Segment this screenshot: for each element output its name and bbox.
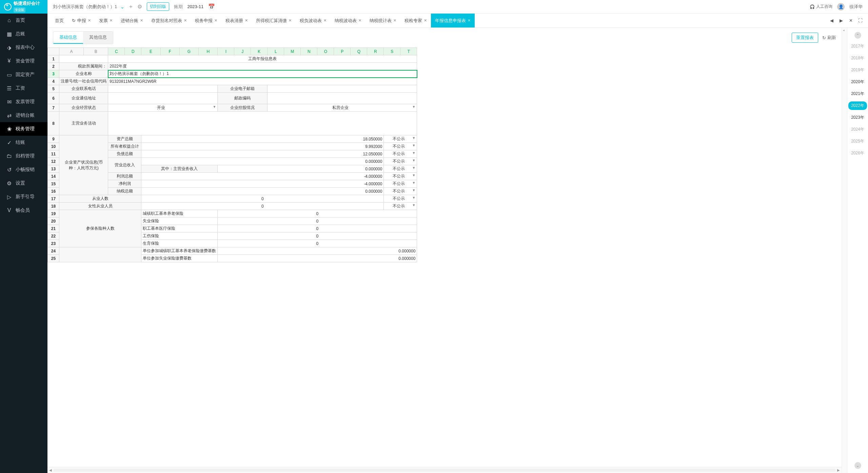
nav-item-2[interactable]: ⬗报表中心 [0, 41, 47, 54]
col-D[interactable]: D [125, 48, 141, 55]
company-name-cell[interactable]: 刘小艳演示账套（勿删勿动！）1 [108, 70, 417, 78]
publish-select[interactable]: 不公示▼ [384, 195, 417, 203]
account-selector[interactable]: 刘小艳演示账套（勿删勿动！）1 ⌄ [53, 4, 124, 10]
sub-tab-1[interactable]: 其他信息 [83, 32, 113, 44]
tab-7[interactable]: 所得税汇算清缴✕ [252, 14, 296, 27]
tab-6[interactable]: 税表清册✕ [221, 14, 252, 27]
sub-tab-0[interactable]: 基础信息 [53, 32, 83, 44]
year-down-icon[interactable]: ⌄ [854, 462, 861, 469]
tab-9[interactable]: 纳税波动表✕ [331, 14, 366, 27]
col-J[interactable]: J [234, 48, 251, 55]
reset-report-button[interactable]: 重置报表 [792, 33, 818, 43]
close-icon[interactable]: ✕ [393, 18, 396, 23]
nav-item-12[interactable]: ⚙设置 [0, 176, 47, 190]
calendar-icon[interactable]: 📅 [208, 3, 215, 10]
tab-3[interactable]: 进销台账✕ [117, 14, 147, 27]
close-icon[interactable]: ✕ [245, 18, 248, 23]
year-2023年[interactable]: 2023年 [848, 113, 867, 122]
col-H[interactable]: H [199, 48, 218, 55]
publish-select[interactable]: 不公示▼ [384, 158, 417, 165]
publish-select[interactable]: 不公示▼ [384, 188, 417, 195]
col-L[interactable]: L [268, 48, 284, 55]
nav-item-1[interactable]: ▦总账 [0, 27, 47, 41]
year-2019年[interactable]: 2019年 [848, 66, 867, 74]
year-2022年[interactable]: 2022年 [848, 101, 867, 110]
col-C[interactable]: C [108, 48, 125, 55]
col-E[interactable]: E [141, 48, 160, 55]
tab-11[interactable]: 税检专家✕ [400, 14, 431, 27]
col-B[interactable]: B [84, 48, 108, 55]
col-K[interactable]: K [251, 48, 268, 55]
refresh-button[interactable]: ↻ 刷新 [822, 35, 836, 41]
close-icon[interactable]: ✕ [358, 18, 361, 23]
tab-2[interactable]: 发票✕ [95, 14, 117, 27]
col-A[interactable]: A [59, 48, 84, 55]
gear-icon[interactable]: ⚙ [137, 3, 142, 10]
tab-4[interactable]: 存货别名对照表✕ [147, 14, 191, 27]
nav-item-8[interactable]: ❀税务管理 [0, 122, 47, 136]
tab-prev-icon[interactable]: ◀ [827, 16, 836, 25]
tab-1[interactable]: ↻申报✕ [68, 14, 95, 27]
nav-item-4[interactable]: ▭固定资产 [0, 68, 47, 81]
year-2017年[interactable]: 2017年 [848, 42, 867, 51]
publish-select[interactable]: 不公示▼ [384, 165, 417, 173]
nav-item-7[interactable]: ⇄进销台账 [0, 109, 47, 122]
scroll-right-icon[interactable]: ▶ [835, 468, 842, 472]
nav-item-14[interactable]: V畅会员 [0, 204, 47, 217]
scroll-left-icon[interactable]: ◀ [47, 468, 54, 472]
nav-item-13[interactable]: ▷新手引导 [0, 190, 47, 204]
year-2018年[interactable]: 2018年 [848, 54, 867, 62]
year-2021年[interactable]: 2021年 [848, 90, 867, 98]
col-I[interactable]: I [218, 48, 234, 55]
tab-8[interactable]: 税负波动表✕ [296, 14, 331, 27]
col-Q[interactable]: Q [351, 48, 367, 55]
tab-5[interactable]: 税务申报✕ [191, 14, 221, 27]
year-2026年[interactable]: 2026年 [848, 149, 867, 157]
close-icon[interactable]: ✕ [184, 18, 187, 23]
col-T[interactable]: T [400, 48, 417, 55]
add-icon[interactable]: + [129, 4, 132, 10]
col-R[interactable]: R [367, 48, 384, 55]
close-icon[interactable]: ✕ [323, 18, 327, 23]
old-version-button[interactable]: 切到旧版 [147, 2, 169, 11]
nav-item-3[interactable]: ¥资金管理 [0, 54, 47, 68]
col-G[interactable]: G [179, 48, 198, 55]
tab-close-all-icon[interactable]: ✕ [846, 16, 855, 25]
avatar[interactable]: 👤 [837, 3, 845, 11]
nav-item-9[interactable]: ✓结账 [0, 136, 47, 149]
close-icon[interactable]: ✕ [424, 18, 427, 23]
col-P[interactable]: P [334, 48, 351, 55]
year-2025年[interactable]: 2025年 [848, 137, 867, 146]
nav-item-11[interactable]: ↺小畅报销 [0, 163, 47, 176]
nav-item-6[interactable]: ✉发票管理 [0, 95, 47, 109]
close-icon[interactable]: ✕ [110, 18, 113, 23]
tab-next-icon[interactable]: ▶ [837, 16, 846, 25]
close-icon[interactable]: ✕ [214, 18, 217, 23]
col-M[interactable]: M [284, 48, 301, 55]
vertical-scroll-indicator[interactable] [842, 28, 847, 473]
col-N[interactable]: N [301, 48, 317, 55]
nav-item-10[interactable]: 🗀归档管理 [0, 149, 47, 163]
publish-select[interactable]: 不公示▼ [384, 180, 417, 188]
nav-item-0[interactable]: ⌂首页 [0, 14, 47, 27]
tab-12[interactable]: 年报信息申报表✕ [431, 14, 475, 27]
nav-item-5[interactable]: ☰工资 [0, 81, 47, 95]
fullscreen-icon[interactable]: ⛶ [856, 16, 865, 25]
publish-select[interactable]: 不公示▼ [384, 203, 417, 210]
status-select[interactable]: 开业▼ [108, 104, 218, 112]
tab-0[interactable]: 首页 [51, 14, 68, 27]
spreadsheet[interactable]: ABCDEFGHIJKLMNOPQRST1工商年报信息表2税款所属期间：2022… [47, 48, 842, 467]
publish-select[interactable]: 不公示▼ [384, 150, 417, 158]
col-S[interactable]: S [384, 48, 400, 55]
consult-button[interactable]: 🎧 人工咨询 [810, 4, 832, 10]
horizontal-scrollbar[interactable]: ◀ ▶ [47, 467, 842, 473]
close-icon[interactable]: ✕ [468, 18, 471, 23]
close-icon[interactable]: ✕ [88, 18, 91, 23]
year-2024年[interactable]: 2024年 [848, 125, 867, 134]
publish-select[interactable]: 不公示▼ [384, 135, 417, 143]
publish-select[interactable]: 不公示▼ [384, 173, 417, 180]
holding-select[interactable]: 私营企业▼ [268, 104, 417, 112]
col-O[interactable]: O [317, 48, 334, 55]
close-icon[interactable]: ✕ [289, 18, 292, 23]
year-2020年[interactable]: 2020年 [848, 78, 867, 86]
